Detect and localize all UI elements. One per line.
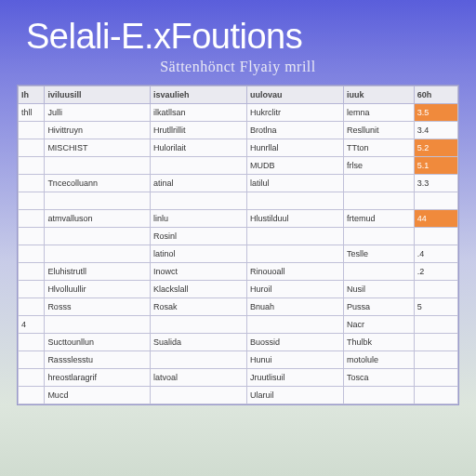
table-cell (19, 157, 45, 175)
table-cell (19, 245, 45, 263)
table-cell: Rassslesstu (45, 351, 151, 369)
table-cell (150, 387, 246, 404)
table-cell (150, 192, 246, 210)
table-row: RassslesstuHunuimotolule (19, 351, 458, 369)
table-cell (414, 351, 457, 369)
table-cell: Jruutlisuil (246, 369, 343, 387)
table-row: MUDBfrlse5.1 (19, 157, 458, 175)
table-cell: Eluhistrutll (45, 263, 151, 281)
table-cell: Pussa (343, 298, 414, 316)
table-cell (19, 263, 45, 281)
table-cell (246, 228, 343, 245)
table-cell (45, 192, 151, 210)
table-cell: latinol (150, 245, 246, 263)
table-cell: Inowct (150, 263, 246, 281)
table-cell (414, 228, 457, 245)
table-cell: Mucd (45, 387, 151, 404)
table-cell (246, 192, 343, 210)
table-cell: motolule (343, 351, 414, 369)
table-cell: Hunrllal (246, 139, 343, 157)
table-cell: Nacr (343, 316, 414, 334)
table-row: RosssRosakBnuahPussa5 (19, 298, 458, 316)
table-cell: Sualida (150, 334, 246, 351)
table-cell (343, 192, 414, 210)
table-cell: .4 (414, 245, 457, 263)
table-cell: Buossid (246, 334, 343, 351)
table-cell (246, 316, 343, 334)
table-cell: frlse (343, 157, 414, 175)
data-table: Ih iviluusill isvaulieh uulovau iuuk 60h… (18, 86, 458, 404)
table-cell: TTton (343, 139, 414, 157)
table-cell (343, 228, 414, 245)
table-cell (150, 316, 246, 334)
table-cell: Hlvolluullir (45, 281, 151, 298)
table-header-row: Ih iviluusill isvaulieh uulovau iuuk 60h (19, 86, 458, 104)
table-cell: 4 (19, 316, 45, 334)
table-row: latinolTeslle.4 (19, 245, 458, 263)
table-row: Tncecolluannatinallatilul3.3 (19, 175, 458, 192)
table-cell: Teslle (343, 245, 414, 263)
table-cell (343, 175, 414, 192)
table-cell (19, 228, 45, 245)
table-cell: frtemud (343, 210, 414, 228)
table-cell (414, 316, 457, 334)
table-cell: lemna (343, 104, 414, 122)
table-cell (45, 157, 151, 175)
table-cell: Tncecolluann (45, 175, 151, 192)
table-cell: Huroil (246, 281, 343, 298)
table-row: Rosinl (19, 228, 458, 245)
table-cell: Nusil (343, 281, 414, 298)
table-cell (414, 192, 457, 210)
table-row: HlvolluullirKlackslallHuroilNusil (19, 281, 458, 298)
table-cell (45, 316, 151, 334)
table-cell: Thulbk (343, 334, 414, 351)
table-cell: atinal (150, 175, 246, 192)
table-cell: Hivittruyn (45, 122, 151, 139)
col-header: iuuk (343, 86, 414, 104)
table-cell: Hrutllrillit (150, 122, 246, 139)
table-cell (45, 245, 151, 263)
table-cell: .2 (414, 263, 457, 281)
table-cell (19, 387, 45, 404)
table-cell (414, 281, 457, 298)
table-cell (19, 122, 45, 139)
table-cell: linlu (150, 210, 246, 228)
table-cell: latvoal (150, 369, 246, 387)
table-cell (19, 334, 45, 351)
table-cell: Hunui (246, 351, 343, 369)
table-cell (19, 210, 45, 228)
table-cell (246, 245, 343, 263)
table-cell: Hulorilait (150, 139, 246, 157)
table-cell: Ularuil (246, 387, 343, 404)
table-cell: ilkatllsan (150, 104, 246, 122)
page-title: Selali-E.xFoutions (0, 0, 476, 59)
table-cell: Hukrclitr (246, 104, 343, 122)
col-header: 60h (414, 86, 457, 104)
table-cell (19, 298, 45, 316)
table-cell: Klackslall (150, 281, 246, 298)
col-header: iviluusill (45, 86, 151, 104)
table-cell (19, 139, 45, 157)
table-row: hreostlaragriflatvoalJruutlisuilTosca (19, 369, 458, 387)
table-cell (19, 192, 45, 210)
table-row: SucttounllunSualidaBuossidThulbk (19, 334, 458, 351)
table-cell: Bnuah (246, 298, 343, 316)
table-cell: Sucttounllun (45, 334, 151, 351)
table-cell (150, 157, 246, 175)
table-cell: Julli (45, 104, 151, 122)
data-table-container: Ih iviluusill isvaulieh uulovau iuuk 60h… (17, 85, 459, 405)
table-cell: Tosca (343, 369, 414, 387)
table-cell: 3.3 (414, 175, 457, 192)
table-cell (19, 281, 45, 298)
table-cell: Resllunit (343, 122, 414, 139)
table-cell: Rosss (45, 298, 151, 316)
table-cell: Rosak (150, 298, 246, 316)
table-row: 4Nacr (19, 316, 458, 334)
table-row: EluhistrutllInowctRinouoall.2 (19, 263, 458, 281)
table-cell (414, 369, 457, 387)
table-cell: hreostlaragrif (45, 369, 151, 387)
table-cell: 5.1 (414, 157, 457, 175)
table-cell (19, 369, 45, 387)
table-cell (19, 351, 45, 369)
table-row: HivittruynHrutllrillitBrotlnaResllunit3.… (19, 122, 458, 139)
